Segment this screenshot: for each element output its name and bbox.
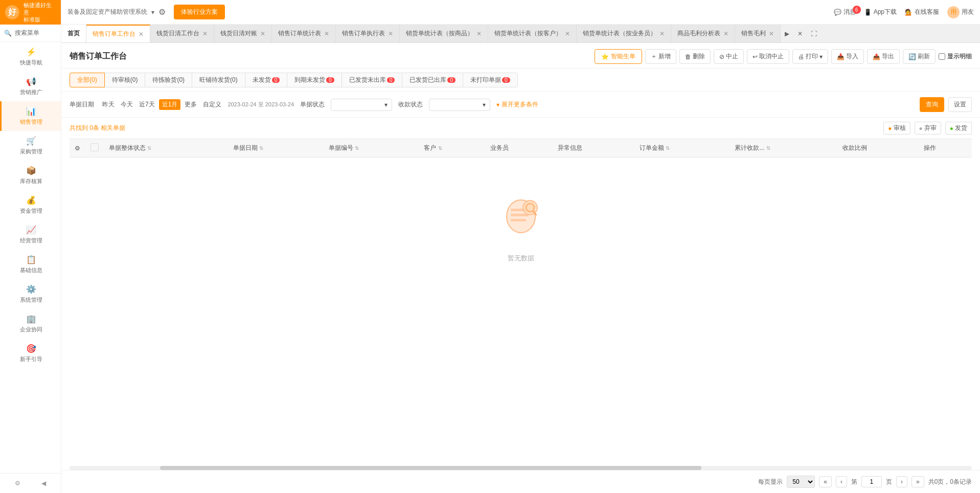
sidebar-item-inventory[interactable]: 📦 库存核算 xyxy=(0,161,61,190)
tab-cash-reconcile-close[interactable]: ✕ xyxy=(260,30,265,37)
add-btn[interactable]: ＋ 新增 xyxy=(645,49,676,64)
page-input[interactable] xyxy=(861,476,882,487)
date-yesterday[interactable]: 昨天 xyxy=(100,99,117,110)
export-btn[interactable]: 📤 导出 xyxy=(867,49,900,64)
ship-btn[interactable]: ● 发货 xyxy=(945,122,972,135)
sidebar-item-guide[interactable]: 🎯 新手引导 xyxy=(0,339,61,368)
settings-bottom-btn[interactable]: ⚙ xyxy=(13,478,22,489)
tab-sales-summary-customer[interactable]: 销货单统计表（按客户） ✕ xyxy=(488,25,577,43)
filter-tab-expired-not-shipped[interactable]: 到期未发货0 xyxy=(287,73,342,87)
status-filter-select[interactable]: ▾ xyxy=(331,99,392,111)
filter-tab-all[interactable]: 全部(0) xyxy=(70,73,105,87)
sidebar-item-system[interactable]: ⚙️ 系统管理 xyxy=(0,279,61,309)
filter-tab-not-shipped[interactable]: 未发货0 xyxy=(245,73,288,87)
th-ratio[interactable]: 收款比例 xyxy=(837,139,919,158)
sidebar-item-purchase[interactable]: 🛒 采购管理 xyxy=(0,131,61,161)
payment-filter-select[interactable]: ▾ xyxy=(429,99,490,111)
date-more[interactable]: 更多 xyxy=(183,99,199,110)
filter-tab-shipped-not-out[interactable]: 已发货未出库0 xyxy=(341,73,403,87)
per-page-select[interactable]: 50 10 20 100 xyxy=(787,476,815,488)
date-7days[interactable]: 近7天 xyxy=(137,99,157,110)
filter-tab-not-printed[interactable]: 未打印单据0 xyxy=(463,73,518,87)
th-amount[interactable]: 订单金额 ⇅ xyxy=(634,139,730,158)
tab-sales-revenue[interactable]: 销售毛利 ✕ xyxy=(735,25,781,43)
stop-btn[interactable]: ⊘ 中止 xyxy=(714,49,744,64)
smart-generate-btn[interactable]: ⭐ 智能生单 xyxy=(595,49,642,64)
select-all-checkbox[interactable] xyxy=(90,143,99,151)
collapse-btn[interactable]: ◀ xyxy=(39,478,48,489)
tab-sales-workbench[interactable]: 销售订单工作台 ✕ xyxy=(86,25,150,43)
expand-filter-btn[interactable]: ▾ 展开更多条件 xyxy=(496,100,538,109)
user-avatar[interactable]: 用 用友 xyxy=(947,6,974,18)
date-custom[interactable]: 自定义 xyxy=(201,99,223,110)
tab-sales-exec-close[interactable]: ✕ xyxy=(388,30,393,37)
tab-cash-reconcile[interactable]: 钱货日清对账 ✕ xyxy=(214,25,272,43)
th-staff[interactable]: 业务员 xyxy=(485,139,553,158)
delete-btn[interactable]: 🗑 删除 xyxy=(679,49,711,64)
horizontal-scrollbar[interactable] xyxy=(70,466,972,470)
filter-tab-wangpu[interactable]: 旺铺待发货(0) xyxy=(192,73,245,87)
filter-settings-btn[interactable]: 设置 xyxy=(948,97,972,112)
online-service-btn[interactable]: 💁 在线客服 xyxy=(905,8,939,16)
tab-sales-exec[interactable]: 销售订单执行表 ✕ xyxy=(336,25,400,43)
tab-summary-customer-close[interactable]: ✕ xyxy=(565,30,570,37)
sidebar-item-finance[interactable]: 💰 资金管理 xyxy=(0,190,61,220)
tab-revenue-close[interactable]: ✕ xyxy=(769,30,774,37)
cancel-stop-btn[interactable]: ↩ 取消中止 xyxy=(747,49,789,64)
th-number[interactable]: 单据编号 ⇅ xyxy=(324,139,419,158)
query-btn[interactable]: 查询 xyxy=(920,97,944,112)
app-download-btn[interactable]: 📱 App下载 xyxy=(864,8,897,16)
tab-cash-daily-close[interactable]: ✕ xyxy=(202,30,208,37)
column-settings-icon[interactable]: ⚙ xyxy=(75,145,80,152)
th-settings[interactable]: ⚙ xyxy=(70,139,85,158)
sidebar-item-basic[interactable]: 📋 基础信息 xyxy=(0,250,61,279)
message-btn[interactable]: 💬 6 消息 xyxy=(834,8,856,16)
tab-sales-summary-product[interactable]: 销货单统计表（按商品） ✕ xyxy=(400,25,488,43)
th-collected[interactable]: 累计收款... ⇅ xyxy=(730,139,837,158)
next-page-btn[interactable]: › xyxy=(896,476,907,487)
prev-page-btn[interactable]: ‹ xyxy=(836,476,847,487)
tabs-expand-btn[interactable]: ⛶ xyxy=(807,25,821,43)
last-page-btn[interactable]: » xyxy=(911,476,924,487)
system-title[interactable]: 装备及固定资产辅助管理系统 xyxy=(67,8,147,16)
tab-home[interactable]: 首页 xyxy=(61,25,86,43)
first-page-btn[interactable]: « xyxy=(819,476,832,487)
gear-icon[interactable]: ⚙ xyxy=(158,7,166,17)
refresh-btn[interactable]: 🔄 刷新 xyxy=(903,49,936,64)
tab-margin-close[interactable]: ✕ xyxy=(723,30,728,37)
filter-tab-pending-inspect[interactable]: 待拣验货(0) xyxy=(145,73,192,87)
show-detail-label[interactable]: 显示明细 xyxy=(939,52,972,61)
tab-sales-stat-close[interactable]: ✕ xyxy=(324,30,329,37)
tabs-more-btn[interactable]: ▶ xyxy=(781,25,793,43)
print-btn[interactable]: 🖨 打印 ▾ xyxy=(792,49,828,64)
sidebar-item-operation[interactable]: 📈 经营管理 xyxy=(0,220,61,250)
review-btn[interactable]: ● 审核 xyxy=(883,122,910,135)
tab-sales-stat[interactable]: 销售订单统计表 ✕ xyxy=(272,25,336,43)
filter-tab-pending-review[interactable]: 待审核(0) xyxy=(104,73,146,87)
tab-summary-product-close[interactable]: ✕ xyxy=(476,30,482,37)
uncheck-btn[interactable]: ● 弃审 xyxy=(915,122,941,135)
th-date[interactable]: 单据日期 ⇅ xyxy=(228,139,324,158)
th-status[interactable]: 单据整体状态 ⇅ xyxy=(104,139,228,158)
th-customer[interactable]: 客户 ⇅ xyxy=(419,139,485,158)
tab-cash-daily[interactable]: 钱货日清工作台 ✕ xyxy=(150,25,214,43)
scrollbar-thumb[interactable] xyxy=(160,466,701,470)
system-title-dropdown-icon[interactable]: ▾ xyxy=(151,9,154,16)
filter-tab-shipped-out[interactable]: 已发货已出库0 xyxy=(402,73,463,87)
sidebar-item-marketing[interactable]: 📢 营销推广 xyxy=(0,72,61,101)
th-abnormal[interactable]: 异常信息 xyxy=(553,139,634,158)
import-btn[interactable]: 📥 导入 xyxy=(831,49,864,64)
date-today[interactable]: 今天 xyxy=(119,99,135,110)
tab-margin-analysis[interactable]: 商品毛利分析表 ✕ xyxy=(671,25,735,43)
tabs-close-all-btn[interactable]: ✕ xyxy=(793,25,807,43)
sidebar-item-sales[interactable]: 📊 销售管理 xyxy=(0,101,61,131)
sidebar-item-enterprise[interactable]: 🏢 企业协同 xyxy=(0,309,61,339)
industry-btn[interactable]: 体验行业方案 xyxy=(174,5,225,19)
tab-sales-summary-staff[interactable]: 销货单统计表（按业务员） ✕ xyxy=(577,25,671,43)
show-detail-checkbox[interactable] xyxy=(939,53,945,60)
date-1month[interactable]: 近1月 xyxy=(159,99,181,110)
tab-sales-workbench-close[interactable]: ✕ xyxy=(139,31,144,38)
tab-summary-staff-close[interactable]: ✕ xyxy=(659,30,665,37)
th-checkbox[interactable] xyxy=(85,139,104,158)
sidebar-item-quick-nav[interactable]: ⚡ 快捷导航 xyxy=(0,42,61,72)
